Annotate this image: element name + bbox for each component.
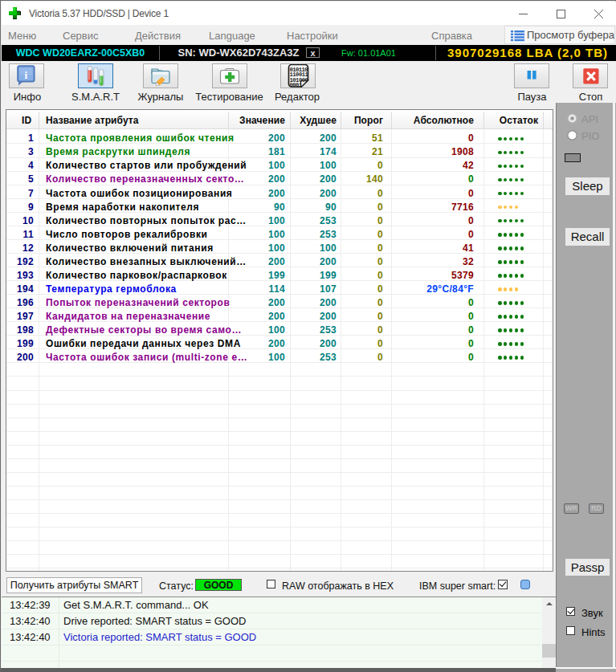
svg-text:0001: 0001 — [290, 82, 303, 88]
svg-text:i: i — [25, 69, 28, 81]
